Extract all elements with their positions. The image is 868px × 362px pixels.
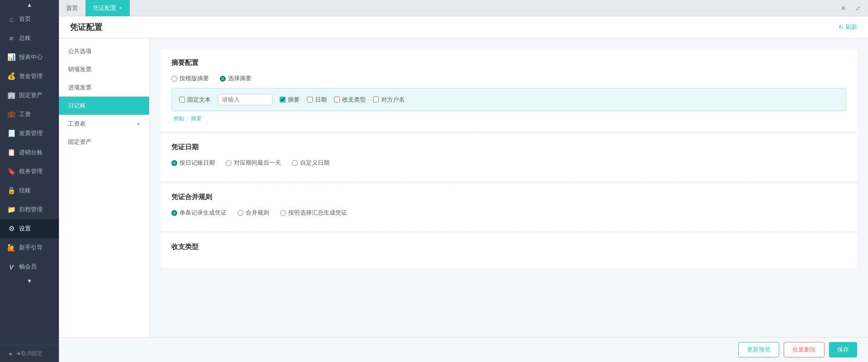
example-value: 摘要	[191, 115, 202, 122]
sidebar-item-salary[interactable]: 💼 工资	[0, 105, 59, 124]
sidebar-label-settings: 设置	[19, 225, 31, 233]
date-radio-last-day[interactable]: 对应期间最后一天	[226, 159, 281, 167]
checkbox-income-type[interactable]: 收支类型	[334, 96, 366, 104]
tab-home[interactable]: 首页	[59, 0, 86, 16]
date-radio-custom-input[interactable]	[292, 160, 298, 166]
checkbox-abstract-input[interactable]	[280, 97, 286, 103]
checkbox-row: 固定文本 摘要 日期 收支类型	[171, 88, 846, 111]
merge-section-title: 凭证合并规则	[171, 193, 846, 201]
right-content: 摘要配置 按模版摘要 选择摘要 固定文本	[150, 39, 868, 362]
abstract-radio-select[interactable]: 选择摘要	[220, 74, 252, 83]
sidebar-item-vip[interactable]: V 畅会员	[0, 257, 59, 276]
merge-radio-single-input[interactable]	[171, 210, 177, 216]
funds-icon: 💰	[7, 72, 15, 80]
merge-radio-select-total[interactable]: 按照选择汇总生成凭证	[280, 209, 347, 217]
invoice-icon: 🧾	[7, 129, 15, 137]
abstract-radio-template-input[interactable]	[171, 76, 177, 82]
scroll-up-icon[interactable]: ▲	[27, 1, 33, 8]
left-nav-item-payroll[interactable]: 工资表 ▾	[59, 115, 149, 133]
date-radio-journal-input[interactable]	[171, 160, 177, 166]
income-section: 收支类型	[160, 234, 857, 268]
sidebar-label-salary: 工资	[19, 110, 31, 118]
checkbox-abstract[interactable]: 摘要	[280, 96, 300, 104]
date-radio-group: 按日记账日期 对应期间最后一天 自定义日期	[171, 159, 846, 167]
sidebar-item-close[interactable]: 🔒 结账	[0, 181, 59, 200]
chevron-down-icon: ▾	[137, 121, 140, 127]
salary-icon: 💼	[7, 110, 15, 118]
example-text: 例如： 摘要	[171, 115, 846, 122]
abstract-section: 摘要配置 按模版摘要 选择摘要 固定文本	[160, 49, 857, 132]
refresh-label: 刷新	[845, 23, 857, 31]
sidebar-item-reports[interactable]: 📊 报表中心	[0, 48, 59, 67]
sidebar-item-ledger2[interactable]: 📋 进销台账	[0, 143, 59, 162]
left-nav: 公共选项 销项发票 进项发票 日记账 工资表 ▾ 固定资产	[59, 39, 150, 362]
income-section-title: 收支类型	[171, 243, 846, 251]
sidebar-item-funds[interactable]: 💰 资金管理	[0, 67, 59, 86]
checkbox-date[interactable]: 日期	[307, 96, 327, 104]
checkbox-counterpart-label: 对方户名	[381, 96, 405, 104]
checkbox-fixed-text[interactable]: 固定文本	[179, 96, 211, 104]
main-area: 首页 凭证配置 × ✕ ⤢ 凭证配置 ↻ 刷新 公共选项 销项发票 进项	[59, 0, 868, 362]
date-radio-last-day-label: 对应期间最后一天	[234, 159, 281, 167]
left-nav-item-public[interactable]: 公共选项	[59, 42, 149, 60]
sidebar-label-home: 首页	[19, 15, 31, 23]
ledger-icon: ≡	[7, 34, 15, 42]
tab-voucher-config[interactable]: 凭证配置 ×	[86, 0, 130, 16]
left-nav-item-fixed-assets[interactable]: 固定资产	[59, 133, 149, 151]
sidebar-item-invoice[interactable]: 🧾 发票管理	[0, 124, 59, 143]
left-nav-item-purchase[interactable]: 进项发票	[59, 78, 149, 97]
checkbox-fixed-text-input[interactable]	[179, 97, 185, 103]
update-preview-button[interactable]: 更新预览	[738, 342, 779, 357]
date-radio-last-day-input[interactable]	[226, 160, 232, 166]
sidebar-item-tax[interactable]: 🔖 税务管理	[0, 162, 59, 181]
left-nav-item-journal[interactable]: 日记账	[59, 97, 149, 115]
sidebar-cancel-fixed[interactable]: ◄ ◄取消固定	[0, 345, 59, 362]
checkbox-counterpart-input[interactable]	[373, 97, 379, 103]
merge-radio-merge-input[interactable]	[238, 210, 243, 216]
cancel-fixed-label: ◄取消固定	[15, 350, 43, 357]
date-section: 凭证日期 按日记账日期 对应期间最后一天 自定义日期	[160, 134, 857, 182]
merge-radio-merge[interactable]: 合并规则	[238, 209, 269, 217]
example-prefix: 例如：	[173, 115, 189, 122]
sidebar-scroll-up[interactable]: ▲	[0, 0, 59, 10]
date-radio-journal[interactable]: 按日记账日期	[171, 159, 215, 167]
date-radio-custom[interactable]: 自定义日期	[292, 159, 330, 167]
merge-radio-select-total-input[interactable]	[280, 210, 286, 216]
reports-icon: 📊	[7, 53, 15, 61]
checkbox-counterpart[interactable]: 对方户名	[373, 96, 405, 104]
sidebar-item-home[interactable]: ⌂ 首页	[0, 10, 59, 29]
left-nav-item-sales[interactable]: 销项发票	[59, 60, 149, 78]
sidebar-item-archive[interactable]: 📁 归档管理	[0, 200, 59, 219]
archive-icon: 📁	[7, 205, 15, 214]
fixed-text-input[interactable]	[218, 94, 272, 105]
sidebar-scroll-down[interactable]: ▼	[0, 276, 59, 286]
close-ledger-icon: 🔒	[7, 186, 15, 195]
sidebar-item-settings[interactable]: ⚙ 设置	[0, 219, 59, 238]
tab-maximize-button[interactable]: ⤢	[852, 2, 864, 15]
refresh-icon: ↻	[839, 24, 844, 31]
merge-radio-single[interactable]: 单条记录生成凭证	[171, 209, 227, 217]
save-button[interactable]: 保存	[829, 342, 857, 357]
abstract-radio-select-input[interactable]	[220, 76, 226, 82]
page-header: 凭证配置 ↻ 刷新	[59, 16, 868, 39]
checkbox-fixed-text-label: 固定文本	[187, 96, 211, 104]
sidebar-label-ledger2: 进销台账	[19, 148, 43, 157]
tab-bar: 首页 凭证配置 × ✕ ⤢	[59, 0, 868, 16]
cancel-fixed-icon: ◄	[7, 351, 13, 357]
sidebar-label-funds: 资金管理	[19, 72, 43, 80]
sidebar-item-assets[interactable]: 🏢 固定资产	[0, 86, 59, 105]
checkbox-income-type-input[interactable]	[334, 97, 340, 103]
batch-delete-button[interactable]: 批量删除	[784, 342, 824, 357]
abstract-radio-template[interactable]: 按模版摘要	[171, 74, 209, 83]
checkbox-abstract-label: 摘要	[288, 96, 300, 104]
sidebar-item-guide[interactable]: 🙋 新手引导	[0, 238, 59, 257]
checkbox-date-input[interactable]	[307, 97, 313, 103]
tab-minimize-button[interactable]: ✕	[837, 2, 850, 15]
refresh-button[interactable]: ↻ 刷新	[839, 23, 857, 31]
merge-radio-merge-label: 合并规则	[246, 209, 269, 217]
tab-bar-actions: ✕ ⤢	[837, 2, 868, 15]
assets-icon: 🏢	[7, 91, 15, 99]
tab-close-icon[interactable]: ×	[119, 5, 122, 11]
sidebar-item-ledger[interactable]: ≡ 总账	[0, 29, 59, 48]
merge-section: 凭证合并规则 单条记录生成凭证 合并规则 按照选择汇总生成凭证	[160, 184, 857, 232]
